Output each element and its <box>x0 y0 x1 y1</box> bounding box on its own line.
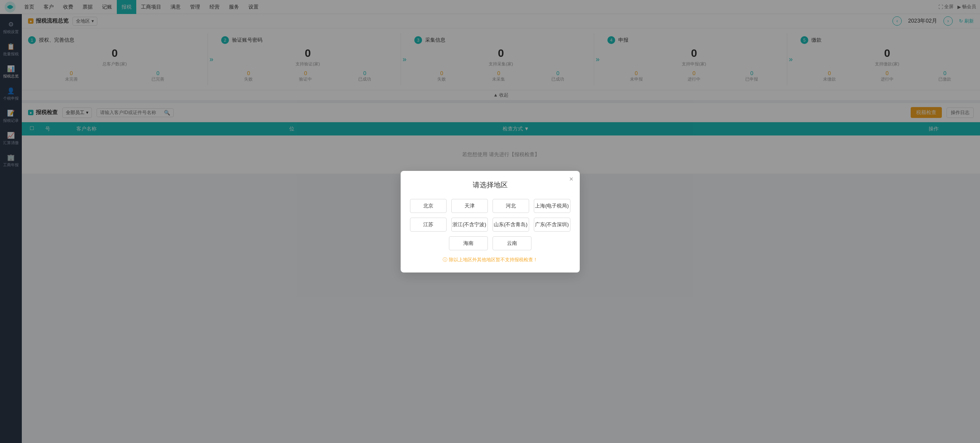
region-grid-row3: 海南 云南 <box>410 236 570 250</box>
region-btn-hainan[interactable]: 海南 <box>449 236 488 250</box>
region-btn-beijing[interactable]: 北京 <box>410 199 447 213</box>
region-btn-yunnan[interactable]: 云南 <box>493 236 531 250</box>
region-btn-jiangsu[interactable]: 江苏 <box>410 218 447 232</box>
region-btn-shanghai[interactable]: 上海(电子税局) <box>534 199 570 213</box>
modal-title: 请选择地区 <box>410 180 570 190</box>
region-btn-zhejiang[interactable]: 浙江(不含宁波) <box>451 218 488 232</box>
region-select-modal: × 请选择地区 北京 天津 河北 上海(电子税局) 江苏 浙江(不含宁波) 山东… <box>401 171 580 272</box>
region-grid-row2: 江苏 浙江(不含宁波) 山东(不含青岛) 广东(不含深圳) <box>410 218 570 232</box>
region-grid-row1: 北京 天津 河北 上海(电子税局) <box>410 199 570 213</box>
region-btn-shandong[interactable]: 山东(不含青岛) <box>493 218 529 232</box>
modal-overlay[interactable]: × 请选择地区 北京 天津 河北 上海(电子税局) 江苏 浙江(不含宁波) 山东… <box>0 0 980 443</box>
region-btn-hebei[interactable]: 河北 <box>493 199 529 213</box>
modal-warning: ⓘ 除以上地区外其他地区暂不支持报税检查！ <box>410 257 570 263</box>
warning-icon: ⓘ <box>443 257 447 263</box>
warning-text: 除以上地区外其他地区暂不支持报税检查！ <box>449 257 538 263</box>
modal-close-btn[interactable]: × <box>569 176 574 183</box>
region-btn-guangdong[interactable]: 广东(不含深圳) <box>534 218 570 232</box>
region-btn-tianjin[interactable]: 天津 <box>451 199 488 213</box>
